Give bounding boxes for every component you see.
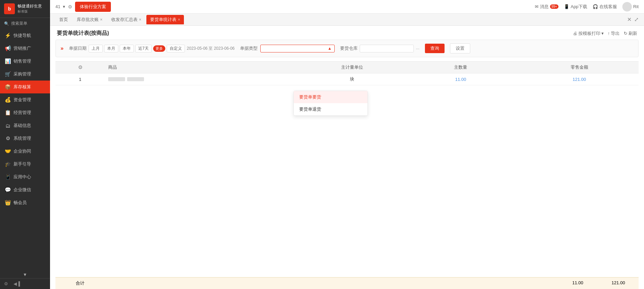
topbar-gear-icon[interactable]: ⚙ (68, 4, 72, 9)
operation-icon: 📋 (5, 110, 11, 116)
export-icon: ↑ (608, 31, 610, 36)
purchase-icon: 🛒 (5, 71, 11, 77)
sidebar-item-label: 快捷导航 (14, 32, 31, 39)
messages-label: 消息 (540, 4, 549, 10)
sidebar-item-wechat[interactable]: 💬 企业微信 (0, 183, 50, 196)
user-name: Rit (633, 4, 639, 9)
table-row: 1 块 11.00 121.00 (55, 73, 639, 85)
type-label: 单据类型 (240, 45, 258, 51)
basic-icon: 🗂 (5, 123, 11, 129)
sidebar-item-label: 库存核算 (14, 84, 31, 90)
settings-btn[interactable]: 设置 (450, 43, 470, 53)
tab-receivable[interactable]: 收发存汇总表 × (108, 15, 145, 24)
tab-requisition[interactable]: 要货单统计表 × (146, 15, 184, 24)
tab-requisition-label: 要货单统计表 (150, 17, 176, 23)
col-header-settings[interactable]: ⚙ (55, 62, 105, 73)
tabs-bar: 首页 库存批次账 × 收发存汇总表 × 要货单统计表 × ✕ ⤢ (50, 14, 644, 26)
filter-toggle-btn[interactable]: » (61, 45, 64, 51)
refresh-btn[interactable]: ↻ 刷新 (624, 30, 637, 37)
row-qty: 11.00 (401, 73, 520, 85)
sidebar-item-operation[interactable]: 📋 经营管理 (0, 106, 50, 119)
sidebar-scroll-down[interactable]: ▼ (0, 271, 50, 278)
avatar-img (622, 2, 632, 12)
print-btn[interactable]: 🖨 按模板打印 ▾ (573, 30, 604, 37)
tab-receivable-label: 收发存汇总表 (111, 17, 138, 23)
sidebar-item-purchase[interactable]: 🛒 采购管理 (0, 68, 50, 81)
date-range: 2023-05-06 至 2023-06-06 (187, 46, 235, 51)
messages-btn[interactable]: ✉ 消息 99+ (535, 4, 558, 10)
date-btn-this-month[interactable]: 本月 (104, 45, 118, 52)
filter-more-icon[interactable]: ··· (416, 46, 420, 51)
warehouse-label: 要货仓库 (340, 45, 358, 51)
tab-batch[interactable]: 库存批次账 × (73, 15, 106, 24)
tab-batch-label: 库存批次账 (77, 17, 99, 23)
sidebar-item-label: 企业协同 (14, 148, 31, 154)
app-name: 畅捷通好生意 (18, 4, 42, 9)
col-header-unit: 主计量单位 (303, 62, 401, 73)
sidebar-item-sales[interactable]: 📊 销售管理 (0, 55, 50, 68)
qty-link[interactable]: 11.00 (455, 77, 466, 82)
tab-batch-close[interactable]: × (100, 17, 102, 22)
sidebar-item-apps[interactable]: 📱 应用中心 (0, 171, 50, 183)
sidebar-item-member[interactable]: 👑 畅会员 (0, 196, 50, 209)
amount-link[interactable]: 121.00 (573, 77, 586, 82)
date-btn-more[interactable]: 更多 (153, 45, 165, 52)
industry-btn[interactable]: 体验行业方案 (75, 2, 111, 12)
dropdown-item-requisition[interactable]: 要货单要货 (294, 91, 367, 103)
main-content: 41 ▾ ⚙ 体验行业方案 ✉ 消息 99+ 📱 App下载 🎧 在线客服 (50, 0, 644, 289)
search-icon: 🔍 (4, 21, 9, 26)
topbar-dropdown[interactable]: ▾ (63, 4, 65, 9)
sidebar-item-label: 营销推广 (14, 45, 31, 51)
sidebar-item-guide[interactable]: 🎓 新手引导 (0, 158, 50, 171)
sidebar-item-finance[interactable]: 💰 资金管理 (0, 93, 50, 106)
collab-icon: 🤝 (5, 148, 11, 154)
sidebar-item-system[interactable]: ⚙ 系统管理 (0, 132, 50, 145)
sidebar-search[interactable]: 🔍 搜索菜单 (0, 18, 50, 29)
support-btn[interactable]: 🎧 在线客服 (593, 4, 617, 10)
support-label: 在线客服 (599, 4, 617, 10)
sidebar-item-inventory[interactable]: 📦 库存核算 (0, 81, 50, 93)
sidebar-item-quicknav[interactable]: ⚡ 快捷导航 (0, 29, 50, 42)
type-select[interactable]: ▲ (260, 45, 335, 52)
sidebar-item-marketing[interactable]: 📢 营销推广 (0, 42, 50, 55)
col-header-amount: 零售金额 (520, 62, 639, 73)
footer-amount: 121.00 (598, 280, 639, 286)
tab-requisition-close[interactable]: × (178, 17, 180, 22)
export-btn[interactable]: ↑ 导出 (608, 30, 620, 37)
app-download-btn[interactable]: 📱 App下载 (564, 4, 587, 10)
tab-expand-btn[interactable]: ⤢ (634, 16, 639, 23)
menu-toggle-icon[interactable]: ◀▐ (14, 281, 20, 286)
sidebar-item-label: 系统管理 (14, 135, 31, 141)
row-product (105, 73, 303, 85)
table-header-row: ⚙ 商品 主计量单位 主数量 零售金额 (55, 62, 639, 73)
print-icon: 🖨 (573, 31, 577, 36)
sidebar-item-collab[interactable]: 🤝 企业协同 (0, 145, 50, 158)
row-num: 1 (55, 73, 105, 85)
apps-icon: 📱 (5, 174, 11, 180)
user-avatar[interactable]: Rit (622, 2, 639, 12)
settings-icon[interactable]: ⚙ (4, 281, 8, 286)
table-area: ⚙ 商品 主计量单位 主数量 零售金额 (50, 61, 644, 85)
tab-home[interactable]: 首页 (55, 15, 72, 24)
guide-icon: 🎓 (5, 161, 11, 167)
date-btn-last-month[interactable]: 上月 (89, 45, 103, 52)
tab-close-all-btn[interactable]: ✕ (627, 16, 631, 23)
app-sub: 标准版 (18, 9, 42, 14)
page-content: 要货单统计表(按商品) 🖨 按模板打印 ▾ ↑ 导出 ↻ 刷新 » (50, 26, 644, 289)
search-label: 搜索菜单 (11, 21, 27, 26)
topbar: 41 ▾ ⚙ 体验行业方案 ✉ 消息 99+ 📱 App下载 🎧 在线客服 (50, 0, 644, 14)
type-select-value (263, 46, 265, 51)
sidebar-item-basic[interactable]: 🗂 基础信息 (0, 119, 50, 132)
dropdown-item-return[interactable]: 要货单退货 (294, 103, 367, 115)
tab-receivable-close[interactable]: × (139, 17, 141, 22)
date-btn-7days[interactable]: 近7天 (135, 45, 152, 52)
sidebar-item-label: 资金管理 (14, 97, 31, 103)
footer-label: 合计 (72, 280, 524, 286)
sidebar: b 畅捷通好生意 标准版 🔍 搜索菜单 ⚡ 快捷导航 📢 营销推广 📊 销售管理… (0, 0, 50, 289)
query-btn[interactable]: 查询 (425, 44, 445, 53)
column-settings-icon[interactable]: ⚙ (78, 64, 82, 70)
date-btn-custom[interactable]: 自定义 (167, 45, 185, 52)
date-btn-this-year[interactable]: 本年 (120, 45, 134, 52)
warehouse-select[interactable] (360, 45, 414, 52)
inventory-icon: 📦 (5, 84, 11, 90)
